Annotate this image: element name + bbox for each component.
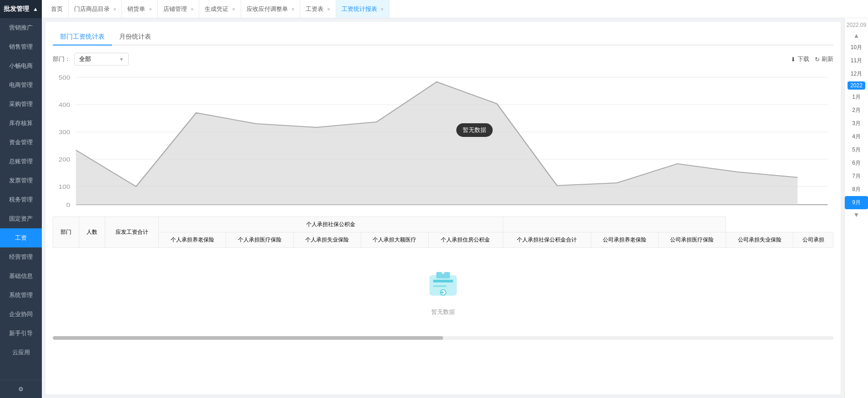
- sidebar-item-invoice[interactable]: 发票管理: [0, 171, 42, 190]
- scroll-bar[interactable]: [53, 336, 833, 340]
- sidebar-item-system[interactable]: 系统管理: [0, 286, 42, 305]
- main-area: 首页门店商品目录×销货单×店铺管理×生成凭证×应收应付调整单×工资表×工资统计报…: [42, 0, 868, 398]
- sidebar-item-sales[interactable]: 销售管理: [0, 37, 42, 56]
- col-personal-medical: 个人承担医疗保险: [226, 232, 293, 248]
- col-company-insurance-group: [503, 217, 726, 232]
- date-panel: 2022.09 ▲ 10月 11月 12月 2022 1月 2月 3月 4月 5…: [844, 18, 868, 398]
- sidebar-item-ecommerce-small[interactable]: 小畅电商: [0, 56, 42, 76]
- data-table: 部门 人数 应发工资合计 个人承担社保公积金 个人承担养老保险 个人承担医疗保险…: [53, 217, 833, 248]
- sidebar-collapse-icon[interactable]: ▲: [33, 6, 38, 12]
- sidebar-item-basic[interactable]: 基础信息: [0, 267, 42, 286]
- gear-icon: ⚙: [18, 386, 24, 393]
- tab-payroll-report[interactable]: 工资统计报表×: [336, 0, 389, 18]
- date-month-8[interactable]: 8月: [845, 183, 868, 196]
- tab-close-payroll[interactable]: ×: [327, 6, 330, 12]
- tab-payroll[interactable]: 工资表×: [300, 0, 336, 18]
- sidebar-settings-button[interactable]: ⚙: [0, 380, 42, 398]
- sidebar-item-ledger[interactable]: 总账管理: [0, 152, 42, 171]
- dept-label: 部门：: [53, 55, 71, 63]
- date-up-button[interactable]: ▲: [851, 30, 862, 41]
- scroll-bar-thumb[interactable]: [53, 336, 443, 340]
- dept-select[interactable]: 全部 ▼: [74, 53, 129, 65]
- svg-marker-12: [76, 82, 797, 205]
- sidebar-item-purchase[interactable]: 采购管理: [0, 95, 42, 114]
- refresh-button[interactable]: ↻ 刷新: [815, 55, 833, 63]
- tab-close-production[interactable]: ×: [232, 6, 235, 12]
- empty-icon: [425, 266, 461, 302]
- sub-tabs: 部门工资统计表 月份统计表: [53, 29, 833, 45]
- sidebar-item-ecommerce[interactable]: 电商管理: [0, 76, 42, 95]
- refresh-icon: ↻: [815, 56, 820, 63]
- date-month-1[interactable]: 1月: [845, 91, 868, 104]
- sidebar-header[interactable]: 批发管理 ▲: [0, 0, 42, 18]
- sidebar-item-marketing[interactable]: 营销推广: [0, 18, 42, 37]
- col-personal-pension: 个人承担养老保险: [158, 232, 226, 248]
- tab-sales-order[interactable]: 销货单×: [122, 0, 157, 18]
- date-down-button[interactable]: ▼: [851, 209, 862, 220]
- date-month-9[interactable]: 9月: [845, 196, 868, 209]
- svg-text:400: 400: [59, 102, 71, 108]
- download-button[interactable]: ⬇ 下载: [791, 55, 809, 63]
- date-month-10[interactable]: 10月: [845, 41, 868, 54]
- tab-close-payroll-report[interactable]: ×: [381, 6, 384, 12]
- dept-select-value: 全部: [79, 55, 91, 63]
- sidebar-item-tax[interactable]: 税务管理: [0, 190, 42, 209]
- tab-close-store[interactable]: ×: [191, 6, 193, 12]
- chart-container: 500 400 300 200 100 0: [53, 73, 833, 209]
- sidebar-title: 批发管理: [4, 5, 29, 13]
- date-month-11[interactable]: 11月: [845, 54, 868, 67]
- sidebar-item-capital[interactable]: 资金管理: [0, 133, 42, 152]
- col-total-salary: 应发工资合计: [105, 217, 159, 248]
- tab-home[interactable]: 首页: [45, 0, 69, 18]
- svg-text:0: 0: [66, 202, 71, 208]
- date-month-7[interactable]: 7月: [845, 170, 868, 183]
- chart-svg: 500 400 300 200 100 0: [53, 73, 833, 209]
- sidebar-item-guide[interactable]: 新手引导: [0, 324, 42, 343]
- tab-store[interactable]: 店铺管理×: [158, 0, 199, 18]
- tab-close-payable[interactable]: ×: [292, 6, 294, 12]
- col-company-other: 公司承担: [793, 232, 833, 248]
- toolbar-left: 部门： 全部 ▼: [53, 53, 129, 65]
- sidebar-item-assets[interactable]: 固定资产: [0, 209, 42, 228]
- date-month-12[interactable]: 12月: [845, 67, 868, 81]
- tab-production[interactable]: 生成凭证×: [199, 0, 241, 18]
- tab-product[interactable]: 门店商品目录×: [69, 0, 122, 18]
- svg-text:500: 500: [59, 75, 71, 81]
- date-month-2[interactable]: 2月: [845, 104, 868, 117]
- date-year-label[interactable]: 2022.09: [846, 20, 867, 30]
- empty-state: 暂无数据: [53, 248, 833, 334]
- sidebar-item-operations[interactable]: 经营管理: [0, 247, 42, 267]
- sidebar-item-cloud[interactable]: 云应用: [0, 343, 42, 362]
- date-month-3[interactable]: 3月: [845, 117, 868, 130]
- tab-close-product[interactable]: ×: [113, 6, 116, 12]
- tab-close-sales-order[interactable]: ×: [149, 6, 151, 12]
- tab-month-stats[interactable]: 月份统计表: [112, 29, 158, 45]
- svg-text:300: 300: [59, 130, 71, 136]
- svg-rect-15: [433, 285, 447, 287]
- svg-text:100: 100: [59, 184, 71, 190]
- sidebar-item-enterprise[interactable]: 企业协同: [0, 305, 42, 324]
- col-company-pension: 公司承担养老保险: [591, 232, 658, 248]
- svg-rect-14: [433, 280, 453, 282]
- tab-payable[interactable]: 应收应付调整单×: [241, 0, 300, 18]
- sidebar-item-salary[interactable]: 工资: [0, 228, 42, 247]
- svg-point-20: [442, 271, 444, 274]
- tab-dept-stats[interactable]: 部门工资统计表: [53, 29, 112, 45]
- svg-text:200: 200: [59, 157, 71, 163]
- col-dept: 部门: [53, 217, 79, 248]
- download-icon: ⬇: [791, 56, 796, 63]
- col-company-medical: 公司承担医疗保险: [658, 232, 726, 248]
- col-company-unemployment: 公司承担失业保险: [726, 232, 793, 248]
- content-area: 部门工资统计表 月份统计表 部门： 全部 ▼ ⬇ 下载: [45, 22, 841, 394]
- date-year-badge[interactable]: 2022: [848, 81, 865, 90]
- sidebar-item-inventory[interactable]: 库存核算: [0, 114, 42, 133]
- tab-bar: 首页门店商品目录×销货单×店铺管理×生成凭证×应收应付调整单×工资表×工资统计报…: [42, 0, 868, 18]
- chevron-down-icon: ▼: [119, 57, 124, 62]
- refresh-label: 刷新: [822, 55, 833, 63]
- sidebar: 批发管理 ▲ 营销推广销售管理小畅电商电商管理采购管理库存核算资金管理总账管理发…: [0, 0, 42, 398]
- date-month-5[interactable]: 5月: [845, 143, 868, 156]
- col-personal-total: 个人承担社保公积金合计: [503, 232, 591, 248]
- col-personal-major-medical: 个人承担大额医疗: [361, 232, 428, 248]
- date-month-6[interactable]: 6月: [845, 156, 868, 170]
- date-month-4[interactable]: 4月: [845, 130, 868, 143]
